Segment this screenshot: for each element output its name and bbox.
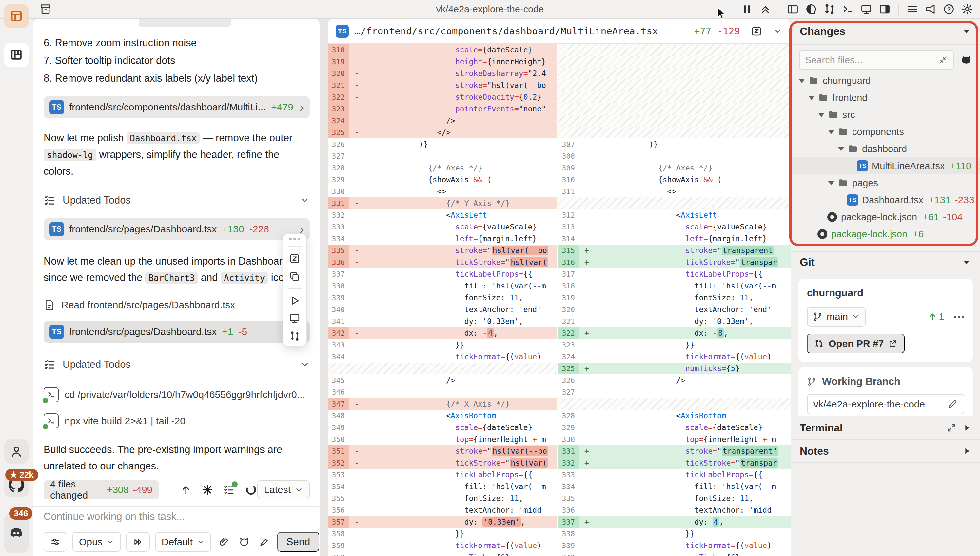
collapse-all-icon[interactable] [758,2,773,17]
pause-icon[interactable] [739,2,754,17]
play-icon[interactable] [289,295,300,307]
tree-row-components[interactable]: components [791,123,980,140]
commits-ahead[interactable]: 1 [928,311,944,322]
code-line: {/* X Axis */} [365,398,557,410]
chevron-down-icon[interactable] [300,360,310,370]
spark-icon[interactable] [202,484,213,496]
chevron-down-icon[interactable] [300,196,310,205]
announcements-icon[interactable] [923,2,938,17]
tree-row-multilinearea-tsx[interactable]: TSMultiLineArea.tsx+110-162 [791,157,980,175]
cat-icon[interactable] [237,532,252,552]
line-number: 332 [558,457,579,469]
changes-section-header[interactable]: Changes [791,19,980,45]
updated-todos-row[interactable]: Updated Todos [44,192,310,208]
line-number: 331 [558,445,579,457]
diff-line [557,115,791,126]
copy-icon[interactable] [289,270,300,282]
diff-line: 338 }} [557,528,791,540]
caret-down-icon [838,147,844,151]
updated-todos-row[interactable]: Updated Todos [44,356,310,373]
code-line: )} [365,138,557,150]
diff-marker [579,422,594,433]
code-line: }} [594,339,791,351]
git-compare-icon[interactable] [822,2,837,17]
collapse-tree-icon[interactable] [938,55,948,65]
cat-icon[interactable] [960,53,973,66]
tool-call-row[interactable]: Read frontend/src/pages/Dashboard.tsx [44,297,310,313]
code-line: left={margin.left} [365,233,557,244]
terminal-command-row[interactable]: cd /private/var/folders/10/h7w0q46556ggr… [44,386,310,403]
attach-icon[interactable] [216,532,231,552]
tree-row-package-lock-json[interactable]: package-lock.json+6 [791,226,980,242]
file-change-card[interactable]: TSfrontend/src/components/dashboard/Mult… [44,96,310,118]
chevron-down-icon[interactable] [773,26,783,36]
help-icon[interactable]: ? [941,2,956,17]
file-change-card[interactable]: TSfrontend/src/pages/Dashboard.tsx+130-2… [44,218,310,240]
code-segment: fontSize: [594,293,740,302]
inline-diff-icon[interactable] [289,253,300,265]
repo-more-icon[interactable] [954,316,964,318]
tree-row-src[interactable]: src [791,106,980,123]
notes-section-header[interactable]: Notes [791,439,980,463]
files-changed-pill[interactable]: 4 files changed +308 -499 [44,480,159,499]
fast-forward-button[interactable] [126,532,150,552]
chat-bubble-icon[interactable] [804,2,819,17]
account-button[interactable] [4,439,29,464]
mode-dropdown[interactable]: Default [155,532,211,552]
monitor-icon[interactable] [289,312,300,324]
code-line: /> [365,374,557,386]
edit-pencil-icon[interactable] [947,399,958,409]
board-view-button[interactable] [4,43,29,67]
inline-diff-icon[interactable] [751,25,762,37]
expand-icon[interactable] [946,423,956,433]
code-segment: = [492,553,496,556]
tree-row-churnguard[interactable]: churnguard [791,72,980,89]
search-files-input[interactable]: Search files... [799,50,954,70]
code-segment: = [749,470,754,479]
tree-row-package-lock-json[interactable]: package-lock.json+61-104 [791,208,980,226]
diff-line: 312 <AxisLeft [557,209,791,221]
terminal-prompt-icon[interactable] [840,2,856,17]
code-line: stroke="hsl(var(--bo [365,445,557,457]
package-json-icon [817,229,827,239]
workspace-button[interactable] [4,4,29,28]
file-change-card[interactable]: TSfrontend/src/pages/Dashboard.tsx+1-5 [44,321,310,343]
working-branch-input[interactable]: vk/4e2a-explore-the-code [807,394,964,414]
diff-row: 347- {/* X Axis */} [328,398,791,410]
send-button[interactable]: Send [277,532,319,552]
panel-right-icon[interactable] [877,2,892,17]
panel-left-icon[interactable] [785,2,801,17]
code-line: tickLabelProps={{ [365,268,557,280]
diff-line: 331+ stroke="transparent" [557,445,791,457]
tree-row-dashboard-tsx[interactable]: TSDashboard.tsx+131-233 [791,191,980,208]
signature-pen-icon[interactable] [257,532,272,552]
git-section-header[interactable]: Git [791,251,980,273]
line-number: 357 [328,516,349,528]
branch-dropdown[interactable]: main [807,307,865,326]
todos-status-icon[interactable] [223,484,235,496]
tree-row-dashboard[interactable]: dashboard [791,140,980,157]
scroll-up-icon[interactable] [180,484,192,496]
tree-row-frontend[interactable]: frontend [791,89,980,106]
monitor-icon[interactable] [859,2,874,17]
line-number: 309 [558,162,579,174]
toolbar-separator [288,246,302,247]
tree-row-pages[interactable]: pages [791,175,980,191]
git-compare-icon[interactable] [289,330,300,342]
composer-settings-button[interactable] [44,532,67,552]
terminal-command-row[interactable]: npx vite build 2>&1 | tail -20 [44,413,310,429]
code-segment: }} [365,341,465,349]
terminal-section-header[interactable]: Terminal [791,416,980,439]
composer-input[interactable]: Continue working on this task... [44,511,310,522]
settings-gear-icon[interactable] [960,2,975,17]
line-number: 318 [328,44,349,56]
more-options-icon[interactable] [289,238,300,240]
version-dropdown[interactable]: Latest [257,480,310,499]
archive-icon[interactable] [38,2,53,17]
menu-icon[interactable] [905,2,920,17]
diff-line: 319 fontSize: 11, [557,292,791,304]
code-line [594,386,791,398]
changes-file-tree: churnguardfrontendsrccomponentsdashboard… [791,72,980,242]
model-dropdown[interactable]: Opus [73,532,121,552]
open-pr-button[interactable]: Open PR #7 [807,334,905,353]
